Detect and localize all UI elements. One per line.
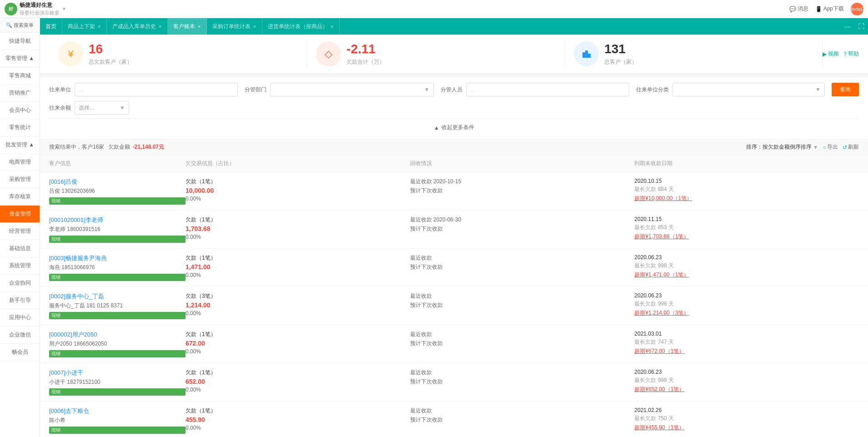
debt-percent-5: 0.00% — [186, 387, 410, 393]
sidebar-item-marketing[interactable]: 营销推广 — [0, 85, 40, 102]
customer-tag-3: 现销 — [49, 312, 186, 319]
svg-rect-0 — [582, 52, 585, 58]
close-tab-customer-account[interactable]: ✕ — [197, 24, 201, 29]
customer-name-0[interactable]: [0016]吕俊 — [49, 178, 186, 186]
sidebar-item-purchase[interactable]: 采购管理 — [0, 171, 40, 188]
result-summary-text: 搜索结果中，客户16家 — [49, 144, 104, 150]
sidebar-item-inventory[interactable]: 库存核算 — [0, 188, 40, 206]
tab-purchase-order[interactable]: 采购订单统计表 ✕ — [207, 18, 262, 35]
tab-product-off[interactable]: 商品上下架 ✕ — [62, 18, 107, 35]
close-tab-product-off[interactable]: ✕ — [97, 24, 101, 29]
sidebar-search-area[interactable]: 🔍 搜索菜单 — [0, 18, 40, 33]
customer-name-2[interactable]: [0003]畅捷服务尹海燕 — [49, 254, 186, 262]
customer-tag-6: 现销 — [49, 427, 186, 434]
recovery-info-3: 最近收款 预计下次收款 — [410, 292, 635, 319]
manager-label: 分管人员 — [441, 86, 462, 94]
sidebar-item-finance[interactable]: 资金管理 — [0, 206, 40, 223]
tab-customer-account[interactable]: 客户账本 ✕ — [168, 18, 207, 35]
customer-tag-1: 现销 — [49, 236, 186, 243]
video-link[interactable]: ▶ 视频 — [823, 50, 839, 58]
sidebar-item-enterprise-wechat[interactable]: 企业微信 — [0, 326, 40, 344]
phone-icon: 📱 — [815, 6, 822, 12]
stat-total-customers: 131 总客户（家） — [565, 41, 823, 66]
sidebar-item-enterprise[interactable]: 企业协同 — [0, 275, 40, 292]
sidebar-item-basic-info[interactable]: 基础信息 — [0, 240, 40, 257]
right-panel: 首页 商品上下架 ✕ 产成品入库单历史 ✕ 客户账本 ✕ 采购订单统计表 ✕ 进… — [40, 18, 868, 437]
overdue-link-5[interactable]: 超期¥652.00（1笔） — [634, 386, 859, 393]
customer-name-3[interactable]: [0002]服务中心_丁磊 — [49, 292, 186, 301]
overdue-link-2[interactable]: 超期¥1,471.00（1笔） — [634, 271, 859, 279]
last-collection-6: 最近收款 — [410, 407, 635, 415]
sidebar-item-system[interactable]: 系统管理 — [0, 257, 40, 275]
customer-name-5[interactable]: [0007]小进干 — [49, 369, 186, 377]
sidebar-item-retail-shop[interactable]: 零售商城 — [0, 67, 40, 85]
customer-tag-2: 现销 — [49, 274, 186, 281]
user-name: demo2 — [849, 6, 865, 12]
sidebar-item-retail-mgmt[interactable]: 零售管理 ▲ — [0, 50, 40, 67]
sidebar: 🔍 搜索菜单 快捷导航 零售管理 ▲ 零售商城 营销推广 会员中心 零售统计 批… — [0, 18, 40, 437]
unit-category-select[interactable]: ▼ — [672, 83, 825, 96]
user-avatar[interactable]: demo2 — [851, 3, 863, 15]
customer-name-4[interactable]: [000002]用户2050 — [49, 331, 186, 339]
table-row: [0003]畅捷服务尹海燕 海燕 18513066976 现销 欠款（1笔） 1… — [40, 249, 868, 287]
next-collection-3: 预计下次收款 — [410, 301, 635, 309]
customer-name-6[interactable]: [0006]去下粮仓 — [49, 407, 186, 415]
due-date-4: 2021.03.01 — [634, 331, 859, 337]
sidebar-item-retail-stats[interactable]: 零售统计 — [0, 119, 40, 136]
sidebar-item-changhui[interactable]: 畅会员 — [0, 344, 40, 361]
close-tab-purchase-order[interactable]: ✕ — [253, 24, 256, 29]
customer-phone-6: 陈小希 — [49, 417, 186, 424]
help-link[interactable]: ? 帮助 — [843, 50, 859, 58]
sidebar-item-ecommerce[interactable]: 电商管理 — [0, 154, 40, 171]
sidebar-item-member[interactable]: 会员中心 — [0, 102, 40, 119]
recovery-info-1: 最近收款 2020-06-30 预计下次收款 — [410, 216, 635, 243]
due-date-5: 2020.06.23 — [634, 369, 859, 375]
debt-percent-2: 0.00% — [186, 272, 410, 278]
debt-amount-1: 1,703.68 — [186, 225, 410, 232]
overdue-link-4[interactable]: 超期¥672.00（1笔） — [634, 347, 859, 355]
sidebar-item-operations[interactable]: 经营管理 — [0, 223, 40, 240]
last-collection-1: 最近收款 2020-06-30 — [410, 216, 635, 224]
tab-production-history[interactable]: 产成品入库单历史 ✕ — [107, 18, 168, 35]
app-download-btn[interactable]: 📱 App下载 — [815, 5, 844, 13]
tab-home[interactable]: 首页 — [40, 18, 62, 35]
overdue-link-1[interactable]: 超期¥1,703.68（1笔） — [634, 233, 859, 241]
result-amount-value: -21,148.07元 — [133, 144, 164, 150]
customer-name-1[interactable]: [0001020001]李老师 — [49, 216, 186, 224]
overdue-link-0[interactable]: 超期¥10,000.00（1笔） — [634, 195, 859, 202]
remaining-dropdown-icon: ▼ — [120, 105, 125, 111]
store-dropdown-icon[interactable]: ▼ — [62, 6, 66, 11]
refresh-btn[interactable]: ↺ 刷新 — [843, 143, 859, 151]
message-btn[interactable]: 💬 消息 — [789, 5, 808, 13]
filter-manager: 分管人员 ... — [441, 83, 629, 96]
sidebar-item-new-guide[interactable]: 新手引导 — [0, 292, 40, 309]
tab-minimize-btn[interactable]: — — [841, 18, 854, 35]
overdue-link-3[interactable]: 超期¥1,214.00（3笔） — [634, 309, 859, 317]
export-btn[interactable]: ○ 导出 — [823, 143, 838, 151]
manager-input[interactable]: ... — [466, 83, 629, 96]
close-tab-purchase-stats[interactable]: ✕ — [330, 24, 334, 29]
tab-maximize-btn[interactable]: ⛶ — [854, 18, 868, 35]
tab-purchase-stats[interactable]: 进货单统计表（按商品） ✕ — [262, 18, 340, 35]
dept-select[interactable]: ▼ — [270, 83, 433, 96]
close-tab-production-history[interactable]: ✕ — [158, 24, 162, 29]
customer-tag-0: 现销 — [49, 197, 186, 205]
from-unit-input[interactable]: ... — [75, 83, 238, 96]
due-info-0: 2020.10.15 最长欠款 884 天 超期¥10,000.00（1笔） — [634, 178, 859, 205]
tab-bar-right: — ⛶ — [841, 18, 868, 35]
sidebar-item-batch-mgmt[interactable]: 批发管理 ▲ — [0, 136, 40, 154]
collapse-btn[interactable]: ▲ 收起更多条件 — [431, 121, 477, 134]
svg-rect-1 — [585, 50, 588, 58]
search-button[interactable]: 查询 — [832, 83, 859, 96]
filter-dept: 分管部门 ▼ — [245, 83, 433, 96]
remaining-select[interactable]: 选择... ▼ — [75, 101, 129, 115]
overdue-link-6[interactable]: 超期¥455.90（1笔） — [634, 424, 859, 432]
col-header-recovery: 回收情况 — [410, 160, 635, 167]
sort-selector[interactable]: 排序：按欠款金额倒序排序 ▼ — [746, 143, 818, 151]
sidebar-item-quick-nav[interactable]: 快捷导航 — [0, 33, 40, 50]
sidebar-item-app-center[interactable]: 应用中心 — [0, 309, 40, 326]
debt-percent-0: 0.00% — [186, 196, 410, 202]
due-date-3: 2020.06.23 — [634, 292, 859, 299]
col-header-customer: 客户信息 — [49, 160, 186, 167]
last-collection-5: 最近收款 — [410, 369, 635, 377]
